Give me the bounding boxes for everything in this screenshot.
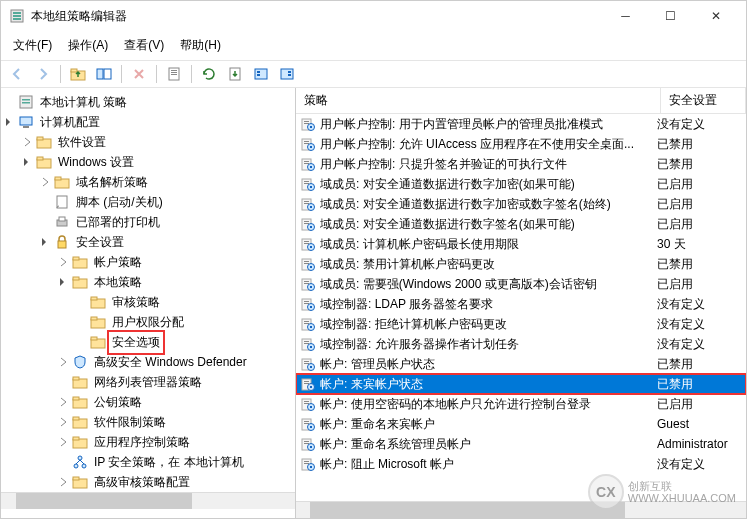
back-button[interactable] [5, 63, 29, 85]
expander-closed-icon[interactable] [39, 175, 53, 189]
tree-network-list[interactable]: 网络列表管理器策略 [1, 372, 295, 392]
refresh-button[interactable] [197, 63, 221, 85]
tree-defender[interactable]: 高级安全 Windows Defender [1, 352, 295, 372]
tree-deployed-printers[interactable]: 已部署的打印机 [1, 212, 295, 232]
policy-row[interactable]: 帐户: 使用空密码的本地帐户只允许进行控制台登录已启用 [296, 394, 746, 414]
policy-setting: Guest [657, 417, 742, 431]
policy-name: 域成员: 对安全通道数据进行数字加密或数字签名(始终) [320, 196, 657, 213]
tree-label: 已部署的打印机 [74, 213, 162, 232]
filter-button[interactable] [249, 63, 273, 85]
policy-row[interactable]: 域控制器: 拒绝计算机帐户密码更改没有定义 [296, 314, 746, 334]
policy-name: 帐户: 重命名来宾帐户 [320, 416, 657, 433]
policy-row[interactable]: 域控制器: 允许服务器操作者计划任务没有定义 [296, 334, 746, 354]
maximize-button[interactable]: ☐ [648, 1, 693, 31]
svg-rect-16 [281, 69, 293, 79]
tree-ip-security[interactable]: IP 安全策略，在 本地计算机 [1, 452, 295, 472]
minimize-button[interactable]: ─ [603, 1, 648, 31]
tree-software-settings[interactable]: 软件设置 [1, 132, 295, 152]
policy-row[interactable]: 用户帐户控制: 只提升签名并验证的可执行文件已禁用 [296, 154, 746, 174]
policy-setting: 已禁用 [657, 376, 742, 393]
list-scrollbar[interactable] [296, 501, 746, 518]
tree-label: 高级审核策略配置 [92, 473, 192, 492]
tree-label: 网络列表管理器策略 [92, 373, 204, 392]
policy-row[interactable]: 帐户: 重命名系统管理员帐户Administrator [296, 434, 746, 454]
forward-button[interactable] [31, 63, 55, 85]
policy-row[interactable]: 用户帐户控制: 允许 UIAccess 应用程序在不使用安全桌面...已禁用 [296, 134, 746, 154]
policy-name: 帐户: 重命名系统管理员帐户 [320, 436, 657, 453]
expander-closed-icon[interactable] [57, 435, 71, 449]
tree-advanced-audit[interactable]: 高级审核策略配置 [1, 472, 295, 492]
menu-action[interactable]: 操作(A) [60, 33, 116, 58]
tree-app-control[interactable]: 应用程序控制策略 [1, 432, 295, 452]
script-icon [54, 194, 70, 210]
up-button[interactable] [66, 63, 90, 85]
tree-user-rights[interactable]: 用户权限分配 [1, 312, 295, 332]
policy-row[interactable]: 域成员: 对安全通道数据进行数字签名(如果可能)已启用 [296, 214, 746, 234]
tree-local-policies[interactable]: 本地策略 [1, 272, 295, 292]
tree-computer-config[interactable]: 计算机配置 [1, 112, 295, 132]
column-policy[interactable]: 策略 [296, 88, 661, 113]
show-tree-button[interactable] [92, 63, 116, 85]
svg-rect-32 [59, 217, 65, 221]
tree-pane[interactable]: 本地计算机 策略 计算机配置 软件设置 Windows 设置 域名解析策略 脚本… [1, 88, 296, 518]
tree-windows-settings[interactable]: Windows 设置 [1, 152, 295, 172]
expander-closed-icon[interactable] [21, 135, 35, 149]
expander-closed-icon[interactable] [57, 395, 71, 409]
export-button[interactable] [223, 63, 247, 85]
delete-button[interactable] [127, 63, 151, 85]
policy-row[interactable]: 域成员: 计算机帐户密码最长使用期限30 天 [296, 234, 746, 254]
expander-open-icon[interactable] [39, 235, 53, 249]
policy-row[interactable]: 帐户: 重命名来宾帐户Guest [296, 414, 746, 434]
policy-row[interactable]: 用户帐户控制: 用于内置管理员帐户的管理员批准模式没有定义 [296, 114, 746, 134]
expander-open-icon[interactable] [21, 155, 35, 169]
properties-button[interactable] [162, 63, 186, 85]
policy-name: 域控制器: 拒绝计算机帐户密码更改 [320, 316, 657, 333]
policy-row[interactable]: 域成员: 禁用计算机帐户密码更改已禁用 [296, 254, 746, 274]
tree-public-key[interactable]: 公钥策略 [1, 392, 295, 412]
menu-file[interactable]: 文件(F) [5, 33, 60, 58]
expander-closed-icon[interactable] [57, 475, 71, 489]
policy-row[interactable]: 域控制器: LDAP 服务器签名要求没有定义 [296, 294, 746, 314]
svg-rect-118 [304, 361, 309, 362]
window-title: 本地组策略编辑器 [31, 8, 603, 25]
policy-row[interactable]: 域成员: 需要强(Windows 2000 或更高版本)会话密钥已启用 [296, 274, 746, 294]
policy-row[interactable]: 帐户: 阻止 Microsoft 帐户没有定义 [296, 454, 746, 474]
svg-rect-51 [73, 437, 79, 440]
policy-row[interactable]: 帐户: 来宾帐户状态已禁用 [296, 374, 746, 394]
expander-open-icon[interactable] [3, 115, 17, 129]
svg-rect-88 [304, 241, 309, 242]
svg-rect-63 [304, 141, 309, 142]
policy-row[interactable]: 域成员: 对安全通道数据进行数字加密或数字签名(始终)已启用 [296, 194, 746, 214]
svg-rect-106 [310, 306, 312, 308]
svg-rect-39 [91, 297, 97, 300]
policy-name: 帐户: 阻止 Microsoft 帐户 [320, 456, 657, 473]
svg-rect-15 [257, 74, 260, 76]
expander-closed-icon[interactable] [57, 355, 71, 369]
tree-account-policies[interactable]: 帐户策略 [1, 252, 295, 272]
policy-setting: 没有定义 [657, 316, 742, 333]
tree-security-settings[interactable]: 安全设置 [1, 232, 295, 252]
policy-row[interactable]: 域成员: 对安全通道数据进行数字加密(如果可能)已启用 [296, 174, 746, 194]
expander-closed-icon[interactable] [57, 415, 71, 429]
tree-audit-policy[interactable]: 审核策略 [1, 292, 295, 312]
toolbar-separator [156, 65, 157, 83]
policy-row[interactable]: 帐户: 管理员帐户状态已禁用 [296, 354, 746, 374]
list-header: 策略 安全设置 [296, 88, 746, 114]
tree-software-restriction[interactable]: 软件限制策略 [1, 412, 295, 432]
svg-rect-119 [304, 363, 309, 364]
list-body[interactable]: 用户帐户控制: 用于内置管理员帐户的管理员批准模式没有定义用户帐户控制: 允许 … [296, 114, 746, 501]
menu-view[interactable]: 查看(V) [116, 33, 172, 58]
help-button[interactable] [275, 63, 299, 85]
menu-help[interactable]: 帮助(H) [172, 33, 229, 58]
tree-security-options[interactable]: 安全选项 [1, 332, 295, 352]
policy-icon [300, 396, 316, 412]
close-button[interactable]: ✕ [693, 1, 738, 31]
expander-open-icon[interactable] [57, 275, 71, 289]
tree-scripts[interactable]: 脚本 (启动/关机) [1, 192, 295, 212]
tree-name-resolution[interactable]: 域名解析策略 [1, 172, 295, 192]
tree-root[interactable]: 本地计算机 策略 [1, 92, 295, 112]
expander-closed-icon[interactable] [57, 255, 71, 269]
column-setting[interactable]: 安全设置 [661, 88, 746, 113]
policy-name: 域控制器: LDAP 服务器签名要求 [320, 296, 657, 313]
tree-scrollbar[interactable] [1, 492, 295, 509]
